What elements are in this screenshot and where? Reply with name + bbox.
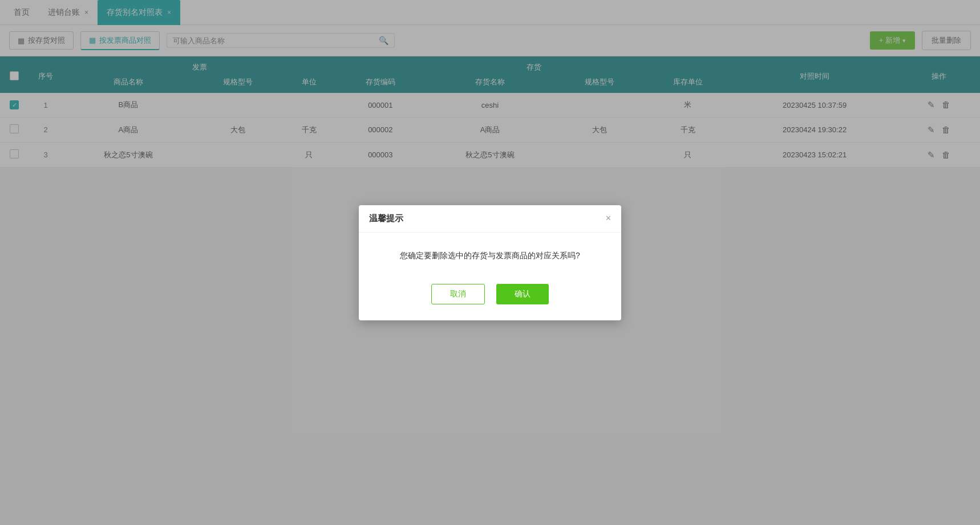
modal-overlay: 温馨提示 × 您确定要删除选中的存货与发票商品的对应关系吗? 取消 确认 — [0, 0, 980, 168]
